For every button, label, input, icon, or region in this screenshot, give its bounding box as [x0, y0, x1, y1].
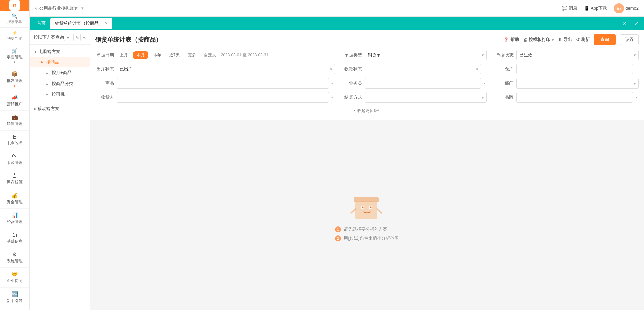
- doc-status-label: 单据状态: [495, 52, 514, 58]
- export-btn[interactable]: ⬆ 导出: [558, 37, 572, 43]
- receipt-status-label: 收款状态: [343, 66, 362, 72]
- product-label: 商品: [95, 80, 114, 86]
- settings-button[interactable]: 设置: [620, 34, 639, 45]
- tab-close-icon[interactable]: ×: [105, 21, 107, 26]
- scheme-item-product-category[interactable]: ≡ 按商品分类: [30, 78, 90, 89]
- brand-dots[interactable]: ···: [634, 94, 639, 100]
- salesperson-dots[interactable]: ···: [482, 80, 487, 86]
- sidebar-item-finance[interactable]: 💰 资金管理: [0, 189, 29, 209]
- scheme-group-desktop: ▼ 电脑端方案 ● 按商品 ≡ 按月+商品 ≡ 按商品分类 ≡ 按司机: [30, 45, 90, 102]
- doc-type-select[interactable]: [365, 50, 487, 60]
- date-range-display: 2023-03-01 至 2023-03-31: [221, 52, 268, 58]
- product-input[interactable]: [117, 78, 329, 89]
- date-btn-this-month[interactable]: 本月: [133, 51, 148, 59]
- scheme-item-by-product[interactable]: ● 按商品: [30, 57, 90, 67]
- receiver-dots[interactable]: ···: [330, 94, 335, 100]
- warehouse-input[interactable]: [516, 64, 633, 74]
- operations-icon: 📊: [11, 212, 18, 218]
- sidebar: 好 🔍 搜索菜单 ⚡ 快捷导航 🛒 零售管理 📦 批发管理 📣 营销推广 💼 销…: [0, 0, 30, 310]
- scheme-group-mobile-header[interactable]: ▶ 移动端方案: [30, 104, 90, 114]
- collapse-icon: ∧: [353, 109, 356, 113]
- date-btn-last-month[interactable]: 上月: [117, 51, 131, 60]
- print-btn[interactable]: 🖨 按模板打印 ▾: [523, 37, 554, 43]
- add-scheme-btn[interactable]: +: [64, 34, 71, 41]
- date-btn-7days[interactable]: 近7天: [166, 51, 183, 60]
- filter-row-3: 商品 ··· 业务员 ··· 部门: [95, 78, 639, 89]
- finance-icon: 💰: [11, 192, 18, 199]
- sidebar-item-appcenter[interactable]: 🔷 应用中心: [0, 307, 29, 310]
- avatar: Ea: [614, 3, 624, 13]
- help-icon: ❓: [503, 37, 509, 42]
- tab-bar: 首页 销货单统计表（按商品） × ✕ ⤢: [30, 17, 644, 30]
- help-btn[interactable]: ❓ 帮助: [503, 37, 519, 43]
- sidebar-logo[interactable]: 好: [0, 0, 29, 11]
- date-btn-more[interactable]: 更多: [185, 51, 199, 60]
- sidebar-item-basic[interactable]: 🗂 基础信息: [0, 228, 29, 248]
- filter-brand-field: 品牌 ···: [495, 92, 639, 103]
- sidebar-quick-nav[interactable]: ⚡ 快捷导航: [0, 28, 29, 44]
- scheme-item-cashier[interactable]: ≡ 按司机: [30, 89, 90, 100]
- brand-input[interactable]: [516, 92, 633, 103]
- salesperson-label: 业务员: [343, 80, 362, 86]
- industry-dropdown-icon[interactable]: ▾: [81, 6, 84, 11]
- receipt-status-select[interactable]: [365, 64, 481, 74]
- scheme-item-month-product[interactable]: ≡ 按月+商品: [30, 67, 90, 78]
- sidebar-search-menu[interactable]: 🔍 搜索菜单: [0, 11, 29, 28]
- svg-point-5: [362, 207, 363, 208]
- edit-scheme-btn[interactable]: ✎: [73, 34, 81, 41]
- date-btn-custom[interactable]: 自定义: [201, 51, 219, 60]
- filter-warehouse-field: 仓库 ···: [495, 64, 639, 74]
- receipt-status-dots[interactable]: ···: [482, 66, 487, 72]
- tab-report[interactable]: 销货单统计表（按商品） ×: [50, 18, 112, 29]
- scheme-item-icon-cashier: ≡: [44, 92, 50, 97]
- sidebar-item-guide[interactable]: 🆕 新手引导: [0, 288, 29, 307]
- close-all-btn[interactable]: ✕: [620, 19, 629, 28]
- sidebar-item-operations[interactable]: 📊 经营管理: [0, 209, 29, 228]
- svg-point-6: [370, 207, 371, 208]
- collapse-panel-btn[interactable]: «: [83, 35, 86, 40]
- query-button[interactable]: 查询: [594, 34, 616, 45]
- sidebar-item-sales[interactable]: 💼 销售管理: [0, 111, 29, 131]
- filter-payment-field: 结算方式: [343, 92, 487, 103]
- page-title-row: 销货单统计表（按商品） ❓ 帮助 🖨 按模板打印 ▾ ⬆: [95, 34, 639, 45]
- sidebar-item-marketing[interactable]: 📣 营销推广: [0, 91, 29, 111]
- message-icon: 💬: [562, 6, 567, 11]
- receipt-status-select-wrap: [365, 64, 481, 74]
- export-icon: ⬆: [558, 37, 562, 42]
- app-download-btn[interactable]: 📱 App下载: [584, 5, 607, 11]
- sidebar-item-retail[interactable]: 🛒 零售管理: [0, 44, 29, 67]
- out-status-select[interactable]: [117, 64, 335, 74]
- collapse-more-conditions[interactable]: ∧ 收起更多条件: [95, 106, 639, 116]
- system-icon: ⚙: [12, 251, 17, 258]
- sidebar-item-system[interactable]: ⚙ 系统管理: [0, 248, 29, 268]
- expand-btn[interactable]: ⤢: [632, 19, 641, 28]
- sidebar-item-cooperation[interactable]: 🤝 企业协同: [0, 268, 29, 288]
- svg-rect-0: [355, 201, 377, 219]
- warehouse-dots[interactable]: ···: [634, 66, 639, 72]
- refresh-icon: ↺: [576, 37, 580, 42]
- filter-doc-status-field: 单据状态: [495, 50, 639, 60]
- tab-home[interactable]: 首页: [32, 18, 50, 29]
- left-panel-header: 按以下方案查询 + ✎ «: [30, 30, 90, 45]
- product-dots[interactable]: ···: [330, 80, 335, 86]
- doc-status-select[interactable]: [516, 50, 639, 60]
- receiver-input[interactable]: [117, 92, 329, 103]
- department-select[interactable]: [516, 78, 639, 89]
- scheme-group-desktop-header[interactable]: ▼ 电脑端方案: [30, 47, 90, 57]
- user-menu[interactable]: Ea demo2: [614, 3, 639, 13]
- sidebar-item-purchase[interactable]: 🛍 采购管理: [0, 150, 29, 169]
- refresh-btn[interactable]: ↺ 刷新: [576, 37, 590, 43]
- salesperson-input[interactable]: [365, 78, 481, 89]
- sidebar-item-inventory[interactable]: 🗄 库存核算: [0, 169, 29, 189]
- date-btn-this-year[interactable]: 本年: [150, 51, 164, 60]
- home-tab-label: 首页: [37, 20, 46, 27]
- doc-type-label: 单据类型: [343, 52, 362, 58]
- payment-select[interactable]: [365, 92, 487, 103]
- date-filter: 上月 本月 本年 近7天 更多 自定义 2023-03-01 至 2023-03…: [117, 51, 335, 60]
- sidebar-item-ecommerce[interactable]: 🖥 电商管理: [0, 131, 29, 150]
- group-mobile-expand-icon: ▶: [34, 107, 36, 111]
- basic-icon: 🗂: [12, 232, 17, 238]
- sidebar-item-wholesale[interactable]: 📦 批发管理: [0, 67, 29, 91]
- group-desktop-label: 电脑端方案: [39, 49, 60, 55]
- message-btn[interactable]: 💬 消息: [562, 5, 577, 11]
